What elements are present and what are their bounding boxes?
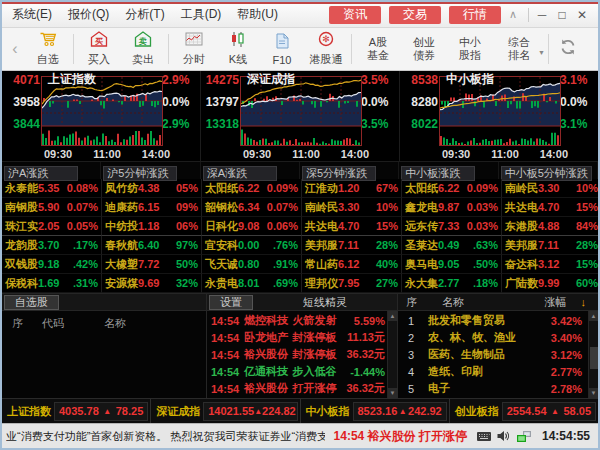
sector-row[interactable]: 4造纸、印刷2.77% [398,363,588,380]
chart-low-percent: 3.5% [361,117,397,131]
stock-quote-cell[interactable]: 安源煤9.6932% [102,274,202,293]
collapse-toolbar-icon[interactable]: ∧ [509,8,517,21]
index-chart-深证成指[interactable]: 深证成指1427513797133183.5%0.0%3.5%09:3011:0… [201,71,400,161]
stock-quote-cell[interactable]: 圣莱达0.49.63% [402,236,502,255]
wizard-alert-row[interactable]: 14:54裕兴股份封涨停板36.32元 [207,346,387,363]
keyboard-icon[interactable] [476,429,493,443]
toolbar-button-自选[interactable]: 自选 [26,31,70,67]
menu-item[interactable]: 帮助(U) [237,6,278,23]
scroll-down-icon[interactable]: ▼ [388,388,398,398]
stock-name: 南岭民 [305,200,338,215]
sector-row[interactable]: 2农、林、牧、渔业3.40% [398,329,588,346]
toolbar-button-label: 买入 [88,52,110,67]
stock-quote-cell[interactable]: 永贵电8.01.69% [202,274,302,293]
toolbar-button-创业债券[interactable]: 创业债券 [401,36,447,62]
stock-quote-cell[interactable]: 共达电4.7015% [502,198,600,217]
toolbar-button-K线[interactable]: K线 [216,31,260,67]
index-summary-创业板指[interactable]: 创业板指2554.54▲58.05 [450,399,598,423]
toolbar-button-综合排名[interactable]: 综合排名▼ [493,36,545,62]
stock-quote-cell[interactable]: 南岭民3.3010% [302,198,402,217]
stock-quote-cell[interactable]: 广陆数9.9960% [502,274,600,293]
stock-quote-cell[interactable]: 飞天诚0.80.91% [202,255,302,274]
back-icon[interactable]: ‹ [4,40,26,58]
minimize-button[interactable]: ─ [532,8,552,22]
toolbar-button-F10[interactable]: F10 [260,33,304,66]
scroll-up-icon[interactable]: ▲ [589,311,599,321]
stock-quote-cell[interactable]: 宜安科0.00.76% [202,236,302,255]
stock-quote-cell[interactable]: 常山药6.1240% [302,255,402,274]
quick-button[interactable]: 资讯 [329,6,381,24]
stock-quote-cell[interactable]: 奋达科3.1215% [502,255,600,274]
stock-quote-cell[interactable]: 春秋航6.4097% [102,236,202,255]
wizard-alert-row[interactable]: 14:54裕兴股份打开涨停36.32元 [207,380,387,397]
stock-quote-cell[interactable]: 鑫龙电9.870.03% [402,198,502,217]
scrollbar-thumb[interactable] [590,347,598,369]
stock-quote-cell[interactable]: 韶钢松6.340.07% [202,198,302,217]
sector-row[interactable]: 3医药、生物制品3.12% [398,346,588,363]
stock-quote-cell[interactable]: 永大集2.77.18% [402,274,502,293]
tab-watchlist[interactable]: 自选股 [4,295,59,310]
index-chart-中小板指[interactable]: 中小板指8538828080223.1%0.0%3.1%09:3011:0014… [400,71,598,161]
menu-item[interactable]: 报价(Q) [68,6,109,23]
chart-high-value: 14275 [202,73,239,87]
stock-quote-cell[interactable]: 永泰能5.350.08% [2,179,102,198]
stock-quote-cell[interactable]: 凤竹纺4.3805% [102,179,202,198]
sector-header-change[interactable]: 涨幅 [545,295,579,310]
quick-button[interactable]: 交易 [389,6,441,24]
menu-item[interactable]: 工具(D) [181,6,222,23]
toolbar-button-分时[interactable]: 分时 [172,31,216,67]
stock-quote-cell[interactable]: 太阳纸6.220.09% [402,179,502,198]
stock-quote-cell[interactable]: 远东传7.330.03% [402,217,502,236]
stock-quote-cell[interactable]: 龙韵股3.70.17% [2,236,102,255]
stock-change-percent: 32% [176,277,198,289]
sector-scrollbar[interactable]: ▲ ▼ [588,311,598,398]
stock-quote-cell[interactable]: 双钱股9.18.42% [2,255,102,274]
index-chart-上证指数[interactable]: 上证指数4071395838442.9%0.0%2.9%09:3011:0014… [2,71,201,161]
stock-quote-cell[interactable]: 奥马电9.05.50% [402,255,502,274]
speaker-icon[interactable] [496,429,513,443]
stock-quote-cell[interactable]: 东港股4.8884% [502,217,600,236]
wizard-alert-row[interactable]: 14:54燃控科技火箭发射5.59% [207,312,387,329]
refresh-button[interactable] [552,37,584,61]
stock-quote-cell[interactable]: 日科化9.080.06% [202,217,302,236]
wizard-alert-row[interactable]: 14:54亿通科技步入低谷-1.44% [207,363,387,380]
sector-row[interactable]: 5电子2.78% [398,380,588,397]
scroll-down-icon[interactable]: ▼ [589,388,599,398]
toolbar-button-A股基金[interactable]: A股基金 [355,36,401,62]
menu-item[interactable]: 分析(T) [125,6,164,23]
close-button[interactable]: ✕ [572,8,592,22]
toolbar-button-卖出[interactable]: 卖卖出 [121,31,165,67]
chevron-down-icon[interactable]: ▼ [538,46,545,59]
stock-quote-cell[interactable]: 美邦服7.1128% [502,236,600,255]
index-summary-上证指数[interactable]: 上证指数4035.78▲78.25 [2,399,151,423]
stock-change-percent: 0.09% [267,182,298,194]
stock-quote-cell[interactable]: 中纺投1.1806% [102,217,202,236]
maximize-button[interactable]: □ [552,8,572,22]
wizard-scrollbar[interactable]: ▲ ▼ [387,311,397,398]
stock-quote-cell[interactable]: 大橡塑7.7250% [102,255,202,274]
stock-quote-cell[interactable]: 南钢股5.900.07% [2,198,102,217]
stock-quote-cell[interactable]: 共达电4.7015% [302,217,402,236]
toolbar-button-买入[interactable]: 买买入 [77,31,121,67]
menu-item[interactable]: 系统(E) [12,6,52,23]
network-status-icon[interactable] [516,429,533,443]
sort-desc-icon[interactable]: ↓ [581,296,599,308]
index-summary-深证成指[interactable]: 深证成指14021.55▲224.82 [151,399,300,423]
stock-quote-cell[interactable]: 理邦仪7.9527% [302,274,402,293]
stock-quote-cell[interactable]: 迪康药6.1509% [102,198,202,217]
stock-quote-cell[interactable]: 美邦服7.1128% [302,236,402,255]
quick-button[interactable]: 行情 [449,6,501,24]
toolbar-button-港股通[interactable]: ✻港股通 [304,31,348,67]
wizard-alert-row[interactable]: 14:54卧龙地产封涨停板11.13元 [207,329,387,346]
scroll-up-icon[interactable]: ▲ [388,311,398,321]
stock-quote-cell[interactable]: 太阳纸6.220.09% [202,179,302,198]
sector-row[interactable]: 1批发和零售贸易3.42% [398,312,588,329]
index-values: 8523.16▲242.92 [353,402,447,421]
toolbar-button-中小股指[interactable]: 中小股指 [447,36,493,62]
index-summary-中小板指[interactable]: 中小板指8523.16▲242.92 [301,399,450,423]
wizard-settings-button[interactable]: 设置 [209,295,253,310]
stock-quote-cell[interactable]: 南岭民3.3010% [502,179,600,198]
stock-quote-cell[interactable]: 保税科1.69.31% [2,274,102,293]
stock-quote-cell[interactable]: 江淮动1.2067% [302,179,402,198]
stock-quote-cell[interactable]: 珠江实2.050.05% [2,217,102,236]
